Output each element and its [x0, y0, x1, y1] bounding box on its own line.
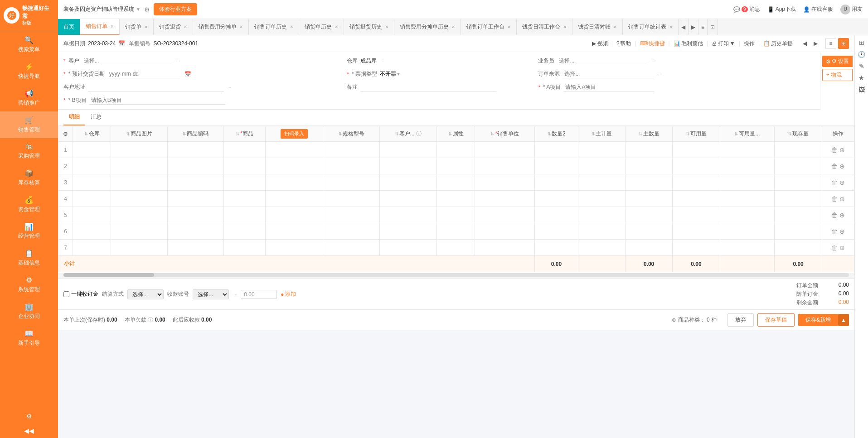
- copy-icon[interactable]: ⊕: [839, 179, 845, 186]
- cell-main-qty[interactable]: [625, 142, 672, 158]
- cell-product-code[interactable]: [167, 223, 223, 240]
- cell-main-unit[interactable]: [578, 240, 625, 256]
- cell-product-code[interactable]: [167, 174, 223, 191]
- grid-view-btn[interactable]: ≡: [825, 38, 836, 49]
- right-panel-edit-icon[interactable]: ✎: [856, 61, 867, 72]
- cell-product[interactable]: [223, 223, 265, 240]
- sidebar-collapse-btn[interactable]: ◀◀: [0, 424, 58, 438]
- account-select[interactable]: 选择...: [193, 289, 229, 299]
- operation-btn[interactable]: 操作: [744, 40, 755, 48]
- customer-input[interactable]: [82, 57, 173, 65]
- delete-icon[interactable]: 🗑: [831, 228, 838, 235]
- detail-view-btn[interactable]: ⊞: [838, 38, 849, 49]
- sidebar-settings-btn[interactable]: ⚙: [0, 409, 58, 424]
- app-download-button[interactable]: 📱 App下载: [767, 5, 796, 13]
- sidebar-item-guide[interactable]: 📖 新手引导: [0, 325, 58, 351]
- order-source-input[interactable]: [563, 70, 653, 78]
- cell-attribute[interactable]: [436, 191, 475, 207]
- cell-sales-unit[interactable]: [475, 240, 535, 256]
- cell-main-qty[interactable]: [625, 207, 672, 223]
- delete-icon[interactable]: 🗑: [831, 195, 838, 202]
- scan-btn[interactable]: 扫码录入: [281, 129, 308, 139]
- tab-cash-workbench[interactable]: 钱货日清工作台 ✕: [517, 19, 572, 35]
- cell-available2[interactable]: [720, 174, 775, 191]
- tab-sales-fee[interactable]: 销售费用分摊单 ✕: [193, 19, 249, 35]
- print-btn[interactable]: 🖨 打印 ▼: [712, 40, 735, 48]
- cell-attribute[interactable]: [436, 207, 475, 223]
- cell-product-code[interactable]: [167, 240, 223, 256]
- cell-product-image[interactable]: [111, 158, 167, 174]
- setting-float-btn[interactable]: ⚙ ⚙ 设置: [822, 56, 853, 67]
- cell-warehouse[interactable]: [73, 142, 111, 158]
- cell-stock[interactable]: [775, 174, 822, 191]
- tab-summary[interactable]: 汇总: [85, 110, 107, 125]
- customer-address-input[interactable]: [88, 83, 224, 91]
- cell-qty2[interactable]: [535, 158, 578, 174]
- remark-input[interactable]: [360, 83, 496, 91]
- sidebar-item-basic[interactable]: 📋 基础信息: [0, 245, 58, 271]
- tab-sales-return[interactable]: 销货退货 ✕: [154, 19, 193, 35]
- delete-icon[interactable]: 🗑: [831, 212, 838, 219]
- sidebar-item-operation[interactable]: 📊 经营管理: [0, 218, 58, 245]
- cell-main-unit[interactable]: [578, 207, 625, 223]
- user-button[interactable]: U 用友: [840, 5, 863, 14]
- cell-customer-code[interactable]: [379, 240, 436, 256]
- b-project-input[interactable]: [89, 96, 225, 105]
- copy-icon[interactable]: ⊕: [839, 146, 845, 154]
- invoice-type-select[interactable]: 不开票 ▼: [380, 70, 401, 78]
- cell-attribute[interactable]: [436, 142, 475, 158]
- delete-icon[interactable]: 🗑: [831, 163, 838, 170]
- col-scan[interactable]: 扫码录入: [265, 126, 323, 142]
- cell-available[interactable]: [673, 223, 720, 240]
- cell-spec[interactable]: [323, 142, 379, 158]
- save-draft-button[interactable]: 保存草稿: [757, 313, 795, 327]
- copy-icon[interactable]: ⊕: [839, 195, 845, 202]
- cell-warehouse[interactable]: [73, 174, 111, 191]
- cell-product[interactable]: [223, 207, 265, 223]
- cell-sales-unit[interactable]: [475, 174, 535, 191]
- cell-customer-code[interactable]: [379, 223, 436, 240]
- cell-available2[interactable]: [720, 240, 775, 256]
- tab-close-icon[interactable]: ✕: [613, 24, 617, 29]
- horizontal-scrollbar[interactable]: [58, 273, 854, 279]
- calendar-icon[interactable]: 📅: [184, 71, 191, 77]
- cell-product[interactable]: [223, 158, 265, 174]
- cell-main-qty[interactable]: [625, 174, 672, 191]
- tab-close-icon[interactable]: ✕: [110, 24, 114, 29]
- tab-close-icon[interactable]: ✕: [385, 24, 388, 29]
- cell-product-code[interactable]: [167, 142, 223, 158]
- cell-customer-code[interactable]: [379, 174, 436, 191]
- tab-fee-history[interactable]: 销售费用分摊单历史 ✕: [394, 19, 461, 35]
- cell-main-unit[interactable]: [578, 158, 625, 174]
- tab-close-icon[interactable]: ✕: [451, 24, 455, 29]
- cell-main-unit[interactable]: [578, 142, 625, 158]
- cell-qty2[interactable]: [535, 223, 578, 240]
- cell-qty2[interactable]: [535, 240, 578, 256]
- cell-product-code[interactable]: [167, 158, 223, 174]
- cell-product[interactable]: [223, 240, 265, 256]
- cell-warehouse[interactable]: [73, 207, 111, 223]
- cell-spec[interactable]: [323, 158, 379, 174]
- cell-customer-code[interactable]: [379, 158, 436, 174]
- cell-spec[interactable]: [323, 240, 379, 256]
- cell-customer-code[interactable]: [379, 207, 436, 223]
- tab-detail[interactable]: 明细: [63, 110, 85, 125]
- warehouse-expand-icon[interactable]: ···: [380, 58, 384, 63]
- tab-home[interactable]: 首页: [58, 19, 80, 35]
- help-btn[interactable]: ? 帮助: [616, 40, 631, 48]
- settlement-select[interactable]: 选择...: [127, 289, 164, 299]
- sidebar-item-sales[interactable]: 🛒 销售管理: [0, 111, 58, 138]
- tab-sales-order[interactable]: 销售订单 ✕: [80, 19, 120, 35]
- cell-available[interactable]: [673, 191, 720, 207]
- salesperson-input[interactable]: [557, 57, 648, 65]
- cell-product[interactable]: [223, 191, 265, 207]
- col-settings[interactable]: ⚙: [58, 126, 73, 142]
- online-service-button[interactable]: 👤 在线客服: [803, 5, 833, 13]
- address-expand-icon[interactable]: ···: [228, 85, 231, 90]
- cell-spec[interactable]: [323, 191, 379, 207]
- cell-product-image[interactable]: [111, 223, 167, 240]
- one-click-checkbox[interactable]: [63, 291, 69, 297]
- cell-qty2[interactable]: [535, 207, 578, 223]
- source-expand-icon[interactable]: ···: [657, 72, 660, 77]
- cell-stock[interactable]: [775, 158, 822, 174]
